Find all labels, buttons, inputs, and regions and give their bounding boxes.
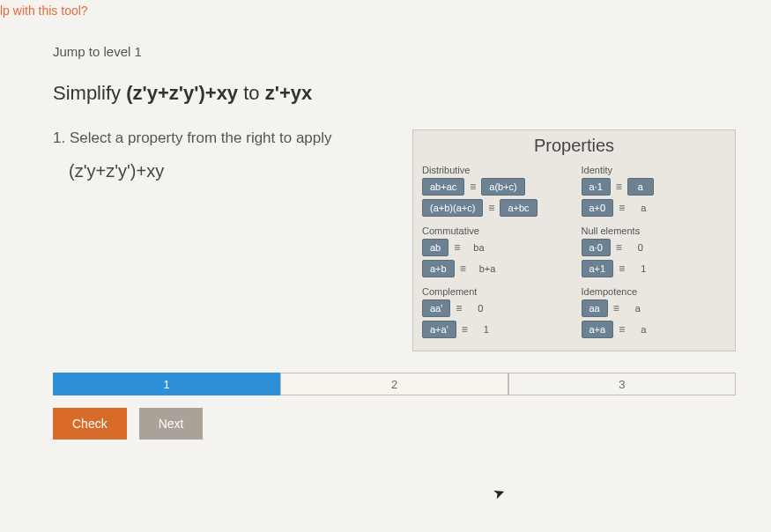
rule-lhs: aa' [422,299,450,317]
rule-rhs: 1 [473,321,500,338]
idempotence-rule-2[interactable]: a+a ≡ a [582,321,727,338]
current-expression[interactable]: (z'y+z'y')+xy [69,161,388,181]
identity-rule-1[interactable]: a·1 ≡ a [582,178,727,196]
commutative-rule-2[interactable]: a+b ≡ b+a [422,260,567,277]
rule-rhs: 0 [627,239,654,256]
next-button[interactable]: Next [139,408,204,440]
commutative-rule-1[interactable]: ab ≡ ba [422,239,567,256]
distributive-rule-2[interactable]: (a+b)(a+c) ≡ a+bc [422,199,567,217]
progress-bar: 1 2 3 [53,373,736,395]
left-column: 1. Select a property from the right to a… [53,129,388,351]
equiv-icon: ≡ [619,323,625,336]
rule-rhs: a [627,178,654,196]
button-row: Check Next [53,408,736,440]
idempotence-head: Idempotence [582,286,727,297]
rule-lhs: a·1 [582,178,611,196]
distributive-head: Distributive [422,165,567,175]
progress-seg-2[interactable]: 2 [280,373,508,395]
equiv-icon: ≡ [619,262,625,275]
instruction-text: 1. Select a property from the right to a… [53,129,388,147]
nullelements-rule-2[interactable]: a+1 ≡ 1 [582,260,727,277]
rule-lhs: a+a [582,321,614,338]
rule-lhs: ab+ac [422,178,464,196]
nullelements-block: Null elements a·0 ≡ 0 a+1 ≡ 1 [582,222,727,281]
identity-block: Identity a·1 ≡ a a+0 ≡ a [582,161,727,220]
complement-rule-1[interactable]: aa' ≡ 0 [422,299,567,317]
rule-rhs: a [630,199,656,217]
jump-link[interactable]: Jump to level 1 [53,44,736,59]
cursor-icon: ➤ [491,483,508,502]
rule-rhs: 0 [467,299,493,317]
equiv-icon: ≡ [460,262,466,275]
rule-rhs: b+a [471,260,504,277]
rule-lhs: ab [422,239,449,256]
rule-lhs: (a+b)(a+c) [422,199,483,217]
main-content: Jump to level 1 Simplify (z'y+z'y')+xy t… [0,18,771,440]
simplify-to: z'+yx [265,82,313,104]
check-button[interactable]: Check [53,408,127,440]
commutative-head: Commutative [422,225,567,236]
equiv-icon: ≡ [470,181,476,193]
rule-rhs: a(b+c) [481,178,525,196]
equiv-icon: ≡ [488,202,494,214]
complement-block: Complement aa' ≡ 0 a+a' ≡ 1 [422,283,567,342]
equiv-icon: ≡ [456,302,462,314]
rule-lhs: a+a' [422,321,456,338]
rule-rhs: a+bc [500,199,537,217]
properties-panel: Properties Distributive ab+ac ≡ a(b+c) (… [412,129,736,351]
rule-lhs: aa [582,299,608,317]
rule-lhs: a+1 [582,260,614,277]
equiv-icon: ≡ [462,323,468,336]
complement-rule-2[interactable]: a+a' ≡ 1 [422,321,567,338]
identity-rule-2[interactable]: a+0 ≡ a [582,199,727,217]
nullelements-rule-1[interactable]: a·0 ≡ 0 [582,239,727,256]
rule-rhs: ba [465,239,492,256]
progress-seg-3[interactable]: 3 [508,373,736,395]
rule-lhs: a·0 [582,239,611,256]
rule-lhs: a+b [422,260,455,277]
identity-head: Identity [582,165,727,175]
rule-rhs: a [630,321,656,338]
distributive-rule-1[interactable]: ab+ac ≡ a(b+c) [422,178,567,196]
simplify-heading: Simplify (z'y+z'y')+xy to z'+yx [53,82,736,105]
nullelements-head: Null elements [582,225,727,236]
equiv-icon: ≡ [616,241,622,254]
rule-lhs: a+0 [582,199,614,217]
rule-rhs: 1 [630,260,656,277]
idempotence-block: Idempotence aa ≡ a a+a ≡ a [582,283,727,342]
equiv-icon: ≡ [613,302,619,314]
simplify-mid: to [238,82,265,104]
simplify-from: (z'y+z'y')+xy [126,82,238,104]
help-link[interactable]: lp with this tool? [0,0,771,18]
simplify-prefix: Simplify [53,82,126,104]
distributive-block: Distributive ab+ac ≡ a(b+c) (a+b)(a+c) ≡… [422,161,567,220]
rule-rhs: a [625,299,651,317]
equiv-icon: ≡ [454,241,460,254]
idempotence-rule-1[interactable]: aa ≡ a [582,299,727,317]
progress-seg-1[interactable]: 1 [53,373,280,395]
equiv-icon: ≡ [619,202,625,214]
complement-head: Complement [422,286,567,297]
properties-title: Properties [422,136,726,156]
equiv-icon: ≡ [616,181,622,193]
commutative-block: Commutative ab ≡ ba a+b ≡ b+a [422,222,567,281]
